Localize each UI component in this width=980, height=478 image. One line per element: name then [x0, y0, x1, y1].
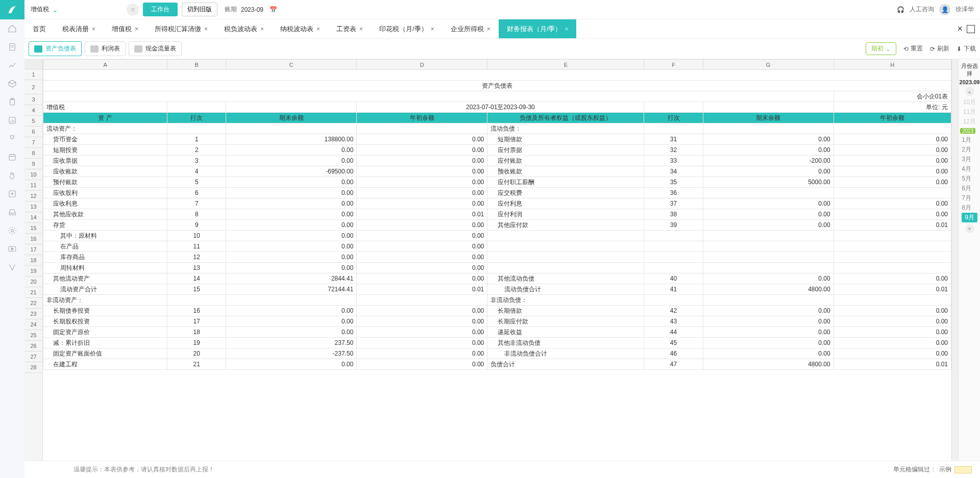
- cell[interactable]: 14: [167, 273, 226, 284]
- cell[interactable]: [644, 295, 703, 306]
- cell[interactable]: [644, 263, 703, 273]
- tab[interactable]: 税负波动表×: [216, 19, 272, 38]
- cell[interactable]: [834, 252, 951, 263]
- cell[interactable]: 2: [167, 145, 226, 156]
- nav-video-icon[interactable]: [0, 240, 24, 258]
- cell[interactable]: 36: [644, 188, 703, 198]
- cell[interactable]: [357, 123, 487, 134]
- row-header[interactable]: 14: [24, 212, 42, 223]
- vertical-scrollbar[interactable]: [951, 59, 959, 461]
- cell[interactable]: 5: [167, 177, 226, 188]
- cell[interactable]: [487, 231, 644, 241]
- month-option[interactable]: 4月: [962, 164, 977, 174]
- month-option[interactable]: 7月: [962, 193, 977, 203]
- col-header[interactable]: C: [226, 60, 357, 70]
- close-icon[interactable]: ×: [204, 26, 208, 33]
- cell[interactable]: 37: [644, 198, 703, 209]
- tab[interactable]: 工资表×: [328, 19, 371, 38]
- cell[interactable]: 21: [167, 359, 226, 370]
- cell[interactable]: 0.00: [357, 231, 487, 241]
- cell[interactable]: 0.00: [703, 209, 834, 220]
- cell[interactable]: -200.00: [703, 156, 834, 166]
- cell[interactable]: [226, 102, 357, 113]
- cell[interactable]: 0.00: [834, 198, 951, 209]
- cell[interactable]: 其中：原材料: [43, 231, 167, 241]
- cell[interactable]: 期末余额: [226, 113, 357, 123]
- cell[interactable]: 19: [167, 338, 226, 348]
- row-header[interactable]: 24: [24, 319, 42, 330]
- cell[interactable]: 短期借款: [487, 134, 644, 145]
- col-header[interactable]: G: [703, 60, 834, 70]
- cell[interactable]: 减：累计折旧: [43, 338, 167, 348]
- cell[interactable]: 0.00: [357, 273, 487, 284]
- row-header[interactable]: 10: [24, 169, 42, 180]
- cell[interactable]: 11: [167, 241, 226, 252]
- row-header[interactable]: 27: [24, 351, 42, 362]
- fullscreen-icon[interactable]: [967, 25, 975, 33]
- cell[interactable]: 0.00: [703, 198, 834, 209]
- row-header[interactable]: 5: [24, 116, 42, 127]
- tab[interactable]: 首页: [24, 19, 54, 38]
- cell[interactable]: 资 产: [43, 113, 167, 123]
- cell[interactable]: 138800.00: [226, 134, 357, 145]
- cell[interactable]: -69500.00: [226, 166, 357, 177]
- cell[interactable]: 周转材料: [43, 263, 167, 273]
- cell[interactable]: [644, 241, 703, 252]
- cell[interactable]: 存货: [43, 220, 167, 231]
- row-header[interactable]: 6: [24, 127, 42, 137]
- reset-button[interactable]: ⟲重置: [903, 44, 923, 53]
- close-icon[interactable]: ×: [565, 26, 568, 33]
- cell[interactable]: 非流动负债合计: [487, 348, 644, 359]
- nav-export-icon[interactable]: [0, 185, 24, 203]
- cell[interactable]: 预付账款: [43, 177, 167, 188]
- cell[interactable]: 4800.00: [703, 359, 834, 370]
- cell[interactable]: [167, 295, 226, 306]
- cell[interactable]: 其他流动负债: [487, 273, 644, 284]
- cell[interactable]: 7: [167, 198, 226, 209]
- cell[interactable]: 流动资产合计: [43, 284, 167, 295]
- cell[interactable]: 长期借款: [487, 306, 644, 316]
- cell[interactable]: [834, 295, 951, 306]
- row-header[interactable]: 9: [24, 159, 42, 169]
- nav-hand-icon[interactable]: [0, 166, 24, 185]
- cell[interactable]: [167, 123, 226, 134]
- cell[interactable]: 0.00: [834, 156, 951, 166]
- row-header[interactable]: 11: [24, 180, 42, 191]
- month-option[interactable]: 6月: [962, 184, 977, 193]
- calendar-icon[interactable]: 📅: [270, 6, 277, 13]
- cell[interactable]: 4800.00: [703, 284, 834, 295]
- cell[interactable]: 72144.41: [226, 284, 357, 295]
- cell[interactable]: 年初余额: [834, 113, 951, 123]
- cell[interactable]: 应收利息: [43, 198, 167, 209]
- username[interactable]: 徐泽华: [955, 5, 974, 14]
- cell[interactable]: 0.00: [226, 177, 357, 188]
- cell[interactable]: [644, 102, 703, 113]
- row-header[interactable]: 13: [24, 202, 42, 212]
- tab[interactable]: 财务报表（月/季）×: [499, 19, 577, 38]
- close-icon[interactable]: ×: [135, 26, 138, 33]
- cell[interactable]: [167, 102, 226, 113]
- cell[interactable]: 其他非流动负债: [487, 338, 644, 348]
- cell[interactable]: 负债及所有者权益（或股东权益）: [487, 113, 644, 123]
- cell[interactable]: 0.00: [834, 134, 951, 145]
- cell[interactable]: 0.00: [357, 241, 487, 252]
- cell[interactable]: 0.00: [834, 166, 951, 177]
- cell[interactable]: 长期债券投资: [43, 306, 167, 316]
- cell[interactable]: 0.00: [226, 327, 357, 338]
- tab[interactable]: 所得税汇算清缴×: [146, 19, 216, 38]
- cell[interactable]: 0.00: [357, 198, 487, 209]
- cell[interactable]: 资产负债表: [43, 81, 951, 91]
- cell[interactable]: 34: [644, 166, 703, 177]
- cell[interactable]: 在产品: [43, 241, 167, 252]
- cell[interactable]: 应付票据: [487, 145, 644, 156]
- cell[interactable]: 46: [644, 348, 703, 359]
- cell[interactable]: 固定资产原价: [43, 327, 167, 338]
- cell[interactable]: 38: [644, 209, 703, 220]
- cell[interactable]: [834, 123, 951, 134]
- cell[interactable]: 47: [644, 359, 703, 370]
- cell[interactable]: 17: [167, 316, 226, 327]
- cell[interactable]: 期末余额: [703, 113, 834, 123]
- cell[interactable]: 0.00: [834, 209, 951, 220]
- row-header[interactable]: 22: [24, 298, 42, 309]
- period-initial-dropdown[interactable]: 期初⌄: [866, 42, 896, 55]
